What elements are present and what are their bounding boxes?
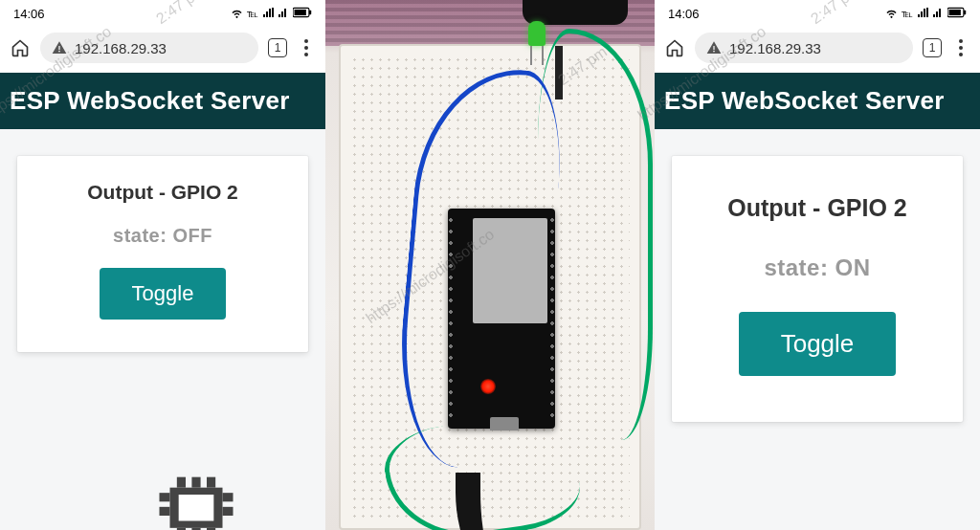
svg-rect-16 [964,11,966,15]
phone-screenshot-right: 14:06 ℡ 192.168.29.33 1 [655,0,980,530]
signal-icon-2 [932,7,944,20]
url-text: 192.168.29.33 [729,40,821,56]
state-value: ON [835,254,871,280]
esp32-rf-shield [473,218,547,323]
svg-rect-12 [160,506,170,515]
state-line: state: OFF [27,225,299,247]
home-icon[interactable] [10,37,31,58]
url-text: 192.168.29.33 [75,40,167,56]
volte-icon: ℡ [247,8,258,20]
gpio-card: Output - GPIO 2 state: ON Toggle [672,156,963,422]
svg-rect-13 [223,493,234,501]
phone-screenshot-left: 14:06 ℡ 192.168.29.33 1 [0,0,325,530]
insecure-warning-icon [52,40,67,55]
tab-count-button[interactable]: 1 [268,38,287,57]
page-title-bar: ESP WebSocket Server [655,73,980,129]
svg-rect-6 [191,476,200,487]
breadboard-photo: https://microdigisoft.co 2:47 pm [325,0,655,530]
svg-rect-4 [179,495,214,521]
signal-icon [917,7,928,20]
address-field[interactable]: 192.168.29.33 [40,33,258,63]
signal-icon-2 [278,7,289,20]
browser-address-bar: 192.168.29.33 1 [655,27,980,73]
status-bar: 14:06 ℡ [0,0,325,27]
toggle-button[interactable]: Toggle [100,268,227,320]
mcu-pins-right [547,214,557,423]
esp32-board [448,209,555,429]
page-title-bar: ESP WebSocket Server [0,73,325,129]
gpio-card: Output - GPIO 2 state: OFF Toggle [17,156,308,352]
output-label: Output - GPIO 2 [681,194,953,222]
output-label: Output - GPIO 2 [27,181,299,204]
state-prefix: state: [113,225,172,246]
state-value: OFF [172,225,212,246]
svg-rect-2 [295,10,306,15]
home-icon[interactable] [664,37,685,58]
chip-icon [144,463,249,531]
battery-icon [947,7,967,20]
page-body: Output - GPIO 2 state: ON Toggle [655,129,980,530]
hardware-photo: https://microdigisoft.co 2:47 pm [325,0,655,530]
power-led-red [480,379,496,394]
toggle-button[interactable]: Toggle [739,312,897,376]
volte-icon: ℡ [902,8,913,20]
status-icons-cluster: ℡ [885,7,967,21]
browser-address-bar: 192.168.29.33 1 [0,27,325,73]
status-time: 14:06 [13,7,45,21]
usb-cable [456,473,532,530]
led-legs [530,46,544,65]
mcu-pins-left [446,214,456,423]
overflow-menu-icon[interactable] [297,39,316,56]
svg-rect-5 [177,476,186,487]
wifi-icon [231,7,243,21]
green-led [528,21,546,46]
state-line: state: ON [681,254,953,281]
state-prefix: state: [764,254,835,280]
overflow-menu-icon[interactable] [951,39,970,56]
tab-count-button[interactable]: 1 [923,38,942,57]
battery-icon [293,7,312,20]
svg-rect-14 [223,506,234,515]
insecure-warning-icon [706,40,722,55]
svg-rect-17 [949,10,961,15]
address-field[interactable]: 192.168.29.33 [695,33,913,63]
svg-rect-7 [207,476,215,487]
wifi-icon [885,7,898,21]
svg-rect-1 [309,11,311,15]
status-time: 14:06 [668,7,700,21]
svg-rect-11 [160,493,170,501]
status-icons-cluster: ℡ [231,7,312,21]
status-bar: 14:06 ℡ [655,0,980,27]
signal-icon [262,7,274,20]
